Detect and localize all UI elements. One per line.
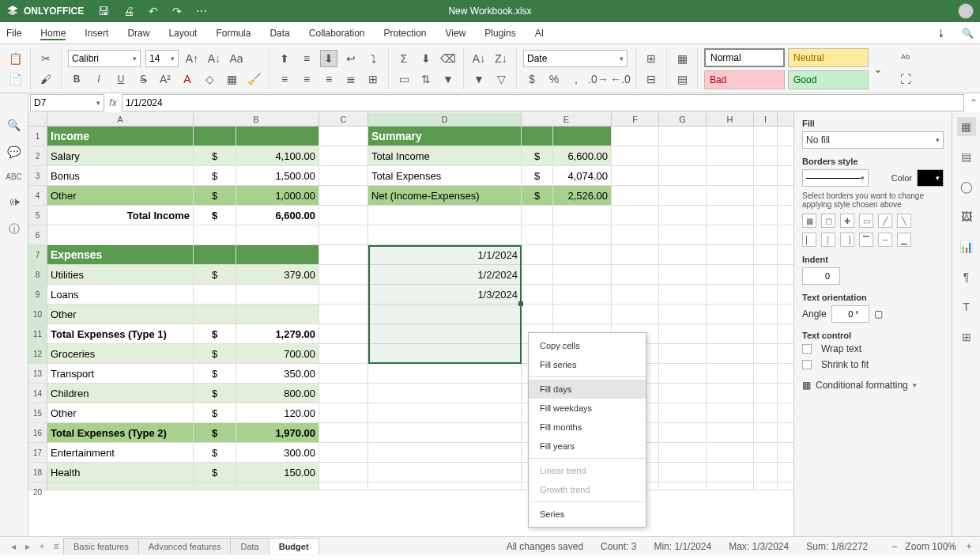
- cell[interactable]: 4,074.00: [553, 166, 612, 185]
- cell[interactable]: 1/1/2024: [368, 245, 522, 264]
- cell[interactable]: [707, 285, 754, 304]
- fill-color-icon[interactable]: ◇: [201, 70, 218, 88]
- cell[interactable]: [368, 423, 522, 442]
- cell[interactable]: 379.00: [236, 265, 319, 284]
- cell[interactable]: [368, 225, 522, 244]
- cell[interactable]: 1,279.00: [236, 324, 319, 343]
- formula-expand-icon[interactable]: ⌃: [967, 97, 980, 108]
- menu-view[interactable]: View: [446, 26, 466, 40]
- row-header[interactable]: 11: [28, 324, 47, 343]
- clear-icon[interactable]: ⌫: [439, 50, 457, 67]
- formula-bar[interactable]: 1/1/2024: [122, 94, 964, 112]
- add-sheet-icon[interactable]: ＋: [35, 539, 49, 553]
- cell[interactable]: [754, 364, 778, 383]
- cell[interactable]: [368, 364, 522, 383]
- angle-preset-icon[interactable]: ▢: [874, 308, 883, 320]
- cell[interactable]: [319, 265, 368, 284]
- font-size-select[interactable]: 14▾: [145, 50, 179, 67]
- cell[interactable]: [368, 344, 522, 363]
- border-outer-icon[interactable]: ▭: [859, 214, 873, 228]
- cell[interactable]: [368, 482, 522, 490]
- cell[interactable]: Other: [47, 305, 194, 324]
- cell[interactable]: [368, 206, 522, 225]
- context-menu-item[interactable]: Fill months: [529, 418, 646, 437]
- cell[interactable]: Loans: [47, 285, 194, 304]
- select-all-corner[interactable]: [28, 112, 47, 126]
- cell[interactable]: [368, 305, 522, 324]
- cell[interactable]: [707, 305, 754, 324]
- row-header[interactable]: 7: [28, 245, 47, 264]
- currency-icon[interactable]: $: [523, 70, 541, 88]
- search-icon[interactable]: 🔍: [962, 28, 974, 39]
- spellcheck-icon[interactable]: ABC: [6, 172, 22, 181]
- tab-next-icon[interactable]: ▸: [21, 541, 35, 552]
- save-icon[interactable]: 🖫: [98, 5, 109, 17]
- cell[interactable]: [659, 482, 707, 490]
- table-tab-icon[interactable]: ▤: [957, 147, 976, 166]
- sheet-tab[interactable]: Budget: [269, 538, 319, 554]
- decrease-font-icon[interactable]: A↓: [205, 50, 223, 67]
- cell[interactable]: 1,500.00: [236, 166, 319, 185]
- style-bad[interactable]: Bad: [704, 70, 785, 89]
- cell[interactable]: [368, 384, 522, 403]
- cell[interactable]: [754, 166, 778, 185]
- cell[interactable]: [553, 245, 612, 264]
- cell[interactable]: [754, 186, 778, 205]
- cell[interactable]: [612, 166, 659, 185]
- dec-inc-icon[interactable]: .0→: [590, 70, 607, 88]
- cell[interactable]: [707, 344, 754, 363]
- cell[interactable]: [522, 265, 553, 284]
- cell[interactable]: 1,970.00: [236, 423, 319, 442]
- pivot-tab-icon[interactable]: ⊞: [957, 327, 976, 346]
- wrap-text-checkbox[interactable]: [802, 344, 812, 354]
- cell[interactable]: [707, 166, 754, 185]
- row-header[interactable]: 16: [28, 423, 47, 442]
- cell[interactable]: [319, 225, 368, 244]
- about-icon[interactable]: ⓘ: [9, 222, 20, 236]
- table-format-icon[interactable]: ▤: [673, 70, 691, 88]
- cell[interactable]: [707, 482, 754, 490]
- clear-filter-icon[interactable]: ▽: [492, 70, 510, 88]
- filter-icon[interactable]: ▼: [470, 70, 488, 88]
- cell[interactable]: [194, 305, 236, 324]
- cell[interactable]: [612, 146, 659, 165]
- align-right-icon[interactable]: ≡: [320, 70, 337, 88]
- open-location-icon[interactable]: ⭳: [937, 28, 946, 39]
- cell[interactable]: [553, 265, 612, 284]
- spreadsheet-grid[interactable]: A B C D E F G H I 1IncomeSummary2Salary$…: [28, 112, 793, 536]
- cell[interactable]: [754, 443, 778, 462]
- cell[interactable]: [319, 384, 368, 403]
- cell[interactable]: [522, 285, 553, 304]
- cell[interactable]: 6,600.00: [236, 206, 319, 225]
- cell[interactable]: [612, 206, 659, 225]
- style-normal[interactable]: Normal: [704, 48, 785, 67]
- col-header[interactable]: F: [612, 112, 659, 126]
- cell[interactable]: Total Income: [368, 146, 522, 165]
- shrink-checkbox[interactable]: [802, 360, 812, 369]
- named-range-icon[interactable]: ▭: [395, 70, 413, 88]
- cond-format-icon[interactable]: ▦: [802, 380, 811, 391]
- row-header[interactable]: 13: [28, 364, 47, 383]
- change-case-icon[interactable]: Aa: [228, 50, 245, 67]
- format-painter-icon[interactable]: 🖌: [37, 70, 55, 88]
- italic-icon[interactable]: I: [90, 70, 107, 88]
- cell[interactable]: 350.00: [236, 364, 319, 383]
- cond-format-icon[interactable]: ▦: [673, 50, 691, 67]
- menu-data[interactable]: Data: [270, 26, 289, 40]
- cell[interactable]: [319, 364, 368, 383]
- cell[interactable]: Total Expenses (Type 1): [47, 324, 194, 343]
- select-all-icon[interactable]: ⛶: [897, 70, 914, 88]
- dec-dec-icon[interactable]: ←.0: [612, 70, 629, 88]
- cell[interactable]: $: [522, 166, 553, 185]
- cell[interactable]: [754, 403, 778, 422]
- cell[interactable]: 4,100.00: [236, 146, 319, 165]
- super-sub-icon[interactable]: A²: [156, 70, 174, 88]
- cell[interactable]: 800.00: [236, 384, 319, 403]
- percent-icon[interactable]: %: [545, 70, 563, 88]
- sort-asc-icon[interactable]: A↓: [470, 50, 488, 67]
- textart-tab-icon[interactable]: T: [957, 297, 976, 316]
- align-middle-icon[interactable]: ≡: [298, 50, 315, 67]
- cell[interactable]: [522, 127, 553, 146]
- cell[interactable]: [194, 127, 236, 146]
- cell[interactable]: [659, 265, 707, 284]
